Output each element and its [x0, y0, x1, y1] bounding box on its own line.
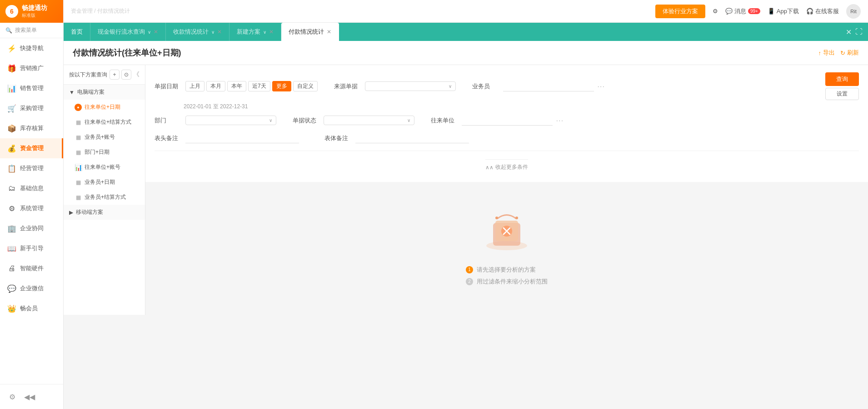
source-select[interactable]: ∨ [365, 81, 456, 91]
body-note-input[interactable] [355, 133, 469, 143]
scheme-item-unit-date[interactable]: ● 往来单位+日期 [64, 100, 145, 115]
tabbar-actions: ✕ ⛶ [840, 23, 868, 41]
scheme-collapse-btn[interactable]: 《 [133, 71, 140, 79]
sidebar-item-quick-nav[interactable]: ⚡ 快捷导航 [0, 38, 63, 58]
sidebar-item-operation[interactable]: 📋 经营管理 [0, 158, 63, 178]
settings-btn[interactable]: ⚙ [713, 8, 718, 15]
sidebar-search[interactable]: 🔍 搜索菜单 [0, 23, 63, 38]
tab-new-plan[interactable]: 新建方案 ∨ ✕ [229, 23, 281, 41]
tab-collection[interactable]: 收款情况统计 ∨ ✕ [166, 23, 229, 41]
filter-settings-btn[interactable]: 设置 [825, 88, 859, 100]
tab-close-all-btn[interactable]: ✕ [846, 28, 852, 36]
sidebar-item-member[interactable]: 👑 畅会员 [0, 298, 63, 318]
sidebar-item-system[interactable]: ⚙ 系统管理 [0, 198, 63, 218]
purchase-icon: 🛒 [7, 104, 16, 113]
staff-input[interactable] [503, 81, 594, 91]
unit-date-icon: ● [75, 104, 82, 111]
sidebar-footer-settings[interactable]: ⚙ [5, 390, 19, 404]
collapse-more-btn[interactable]: ∧∧ 收起更多条件 [485, 159, 528, 175]
tabbar: 首页 现金银行流水查询 ∨ ✕ 收款情况统计 ∨ ✕ 新建方案 ∨ ✕ 付款情况… [64, 23, 868, 41]
empty-tip-row-1: 1 请先选择要分析的方案 [466, 264, 548, 276]
tab-cash-flow[interactable]: 现金银行流水查询 ∨ ✕ [90, 23, 166, 41]
date-btn-custom[interactable]: 自定义 [293, 81, 318, 91]
header-note-label: 表头备注 [155, 134, 182, 142]
scheme-section-mobile-title[interactable]: ▶ 移动端方案 [64, 205, 145, 220]
sidebar-item-enterprise[interactable]: 🏢 企业协同 [0, 218, 63, 238]
app-download-btn[interactable]: 📱 App下载 [768, 7, 799, 15]
scheme-item-label: 业务员+结算方式 [85, 193, 126, 201]
staff-account-icon: ▦ [75, 134, 82, 141]
sidebar-item-sales[interactable]: 📊 销售管理 [0, 78, 63, 98]
scheme-header-btns: + ⊙ 《 [110, 70, 140, 80]
staff-settle-icon: ▦ [75, 194, 82, 201]
sidebar-item-base-info[interactable]: 🗂 基础信息 [0, 178, 63, 198]
scheme-add-btn[interactable]: + [110, 70, 120, 80]
filter-item-header-note: 表头备注 [155, 133, 299, 143]
empty-tip-row-2: 2 用过滤条件来缩小分析范围 [466, 276, 548, 288]
tip-1-text: 请先选择要分析的方案 [477, 264, 536, 276]
sidebar-item-purchase[interactable]: 🛒 采购管理 [0, 98, 63, 118]
date-btn-this-month[interactable]: 本月 [206, 81, 225, 91]
partner-more-icon[interactable]: ··· [556, 117, 564, 124]
staff-more-icon[interactable]: ··· [598, 83, 605, 90]
app-label: App下载 [777, 7, 799, 15]
empty-state-container: 1 请先选择要分析的方案 2 用过滤条件来缩小分析范围 [145, 182, 868, 315]
mobile-section-icon: ▶ [69, 209, 73, 216]
refresh-btn[interactable]: ↻ 刷新 [840, 49, 859, 57]
sidebar-item-wechat[interactable]: 💬 企业微信 [0, 278, 63, 298]
scheme-settings-btn[interactable]: ⊙ [121, 70, 131, 80]
tab-payment-stats-close[interactable]: ✕ [327, 29, 331, 35]
date-btn-more[interactable]: 更多 [272, 81, 291, 91]
sidebar-item-label: 新手引导 [20, 244, 44, 252]
sales-icon: 📊 [7, 84, 16, 93]
tab-expand-btn[interactable]: ⛶ [855, 28, 863, 36]
scheme-item-unit-settle[interactable]: ▦ 往来单位+结算方式 [64, 115, 145, 130]
tab-new-plan-close[interactable]: ✕ [269, 29, 274, 35]
service-label: 在线客服 [815, 7, 839, 15]
tip-2-text: 用过滤条件来缩小分析范围 [477, 276, 548, 288]
header-note-input[interactable] [185, 133, 299, 143]
breadcrumb-path: 资金管理 / 付款情况统计 [71, 7, 130, 15]
sidebar-item-label: 智能硬件 [20, 264, 44, 273]
sidebar-item-marketing[interactable]: 🎁 营销推广 [0, 58, 63, 78]
partner-input[interactable] [462, 115, 553, 126]
tab-payment-stats[interactable]: 付款情况统计 ✕ [281, 23, 339, 41]
sidebar-item-finance[interactable]: 💰 资金管理 [0, 138, 63, 158]
trial-btn[interactable]: 体验行业方案 [655, 5, 705, 18]
scheme-item-staff-date[interactable]: ▦ 业务员+日期 [64, 175, 145, 190]
sidebar-item-inventory[interactable]: 📦 库存核算 [0, 118, 63, 138]
doc-status-select[interactable]: ∨ [324, 116, 414, 125]
tab-collection-close[interactable]: ✕ [217, 29, 222, 35]
date-btn-last-month[interactable]: 上月 [185, 81, 205, 91]
scheme-item-staff-settle[interactable]: ▦ 业务员+结算方式 [64, 190, 145, 205]
message-btn[interactable]: 💬 消息 99+ [725, 7, 760, 15]
sidebar-item-label: 资金管理 [20, 144, 44, 152]
dept-date-icon: ▦ [75, 149, 82, 156]
scheme-item-staff-account[interactable]: ▦ 业务员+账号 [64, 130, 145, 145]
export-btn[interactable]: ↑ 导出 [818, 49, 835, 57]
tab-cash-flow-close[interactable]: ✕ [154, 29, 158, 35]
filter-item-dept: 部门 ∨ [155, 116, 276, 125]
scheme-item-unit-account[interactable]: 📊 往来单位+账号 [64, 160, 145, 175]
scheme-section-desktop-title[interactable]: ▼ 电脑端方案 [64, 85, 145, 100]
user-avatar[interactable]: Rit [846, 4, 861, 19]
sidebar-item-guide[interactable]: 📖 新手引导 [0, 238, 63, 258]
operation-icon: 📋 [7, 164, 16, 173]
refresh-label: 刷新 [847, 49, 859, 57]
page-title: 付款情况统计(往来单位+日期) [73, 47, 181, 58]
date-btn-this-year[interactable]: 本年 [227, 81, 246, 91]
sidebar-footer-collapse[interactable]: ◀◀ [23, 390, 36, 404]
guide-icon: 📖 [7, 244, 16, 253]
sidebar-item-label: 库存核算 [20, 124, 44, 132]
tab-home[interactable]: 首页 [64, 23, 90, 41]
sidebar-item-hardware[interactable]: 🖨 智能硬件 [0, 258, 63, 278]
service-btn[interactable]: 🎧 在线客服 [806, 7, 839, 15]
query-btn[interactable]: 查询 [825, 72, 859, 86]
member-icon: 👑 [7, 304, 16, 313]
filter-actions: 查询 设置 [825, 72, 859, 100]
scheme-item-dept-date[interactable]: ▦ 部门+日期 [64, 145, 145, 160]
enterprise-icon: 🏢 [7, 224, 16, 233]
dept-select[interactable]: ∨ [185, 116, 276, 125]
date-btn-7-days[interactable]: 近7天 [248, 81, 270, 91]
quick-nav-icon: ⚡ [7, 44, 16, 53]
